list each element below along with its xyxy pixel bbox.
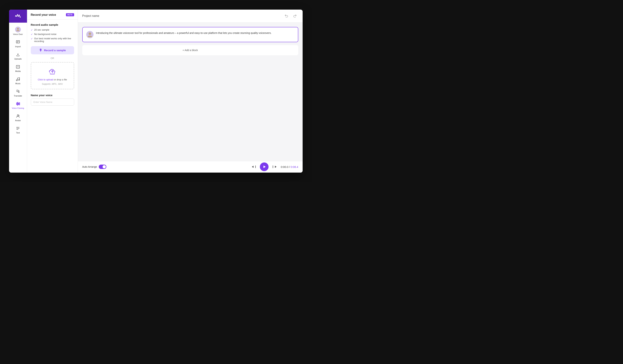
auto-arrange: Auto Arrange [82,165,107,169]
uploads-icon [15,52,21,57]
svg-rect-9 [17,102,18,106]
upload-zone[interactable]: Click to upload or drop a file Supports … [31,62,74,89]
svg-marker-18 [264,166,266,168]
sidebar: Voice Over Import [9,10,27,172]
sidebar-item-avatar[interactable]: Avatar [10,112,26,123]
time-current: 0:00.0 [281,165,289,169]
player-controls: 0:00.0 / 0:08.4 [250,162,298,171]
time-total: 0:08.4 [291,165,298,169]
svg-point-13 [19,115,19,116]
main-header: Project name [78,10,303,23]
music-icon [15,77,21,82]
app-logo [9,10,27,23]
auto-arrange-toggle[interactable] [99,165,106,169]
checklist: ✓ 20 sec sample ✓ No background noise ✓ … [31,28,74,43]
sidebar-item-media[interactable]: Media [10,63,26,74]
project-name: Project name [82,14,99,18]
time-separator: / [289,165,290,169]
svg-rect-10 [18,103,19,105]
main-body: Introducing the ultimate voiceover tool … [78,23,303,161]
mic-icon: 🎙 [39,48,42,52]
svg-point-0 [17,28,19,30]
voice-name-input[interactable] [31,99,74,106]
checklist-item-3: ✓ Our best model works only with live re… [31,37,74,43]
svg-marker-19 [275,166,277,168]
undo-button[interactable] [283,13,289,19]
sidebar-item-uploads[interactable]: Uploads [10,50,26,62]
voice-cloning-icon [15,101,21,106]
upload-hint: Supports .MP3, .WAV [42,83,63,85]
svg-point-12 [17,115,19,116]
time-display: 0:00.0 / 0:08.4 [281,165,298,169]
svg-marker-16 [252,166,253,168]
check-icon-1: ✓ [31,29,33,31]
import-label: Import [15,45,21,48]
voice-cloning-label: Voice Cloning [12,107,24,109]
upload-icon [49,68,56,76]
main-content: Project name [78,10,303,172]
voice-block-avatar [86,31,93,38]
sidebar-item-music[interactable]: Music [10,75,26,86]
sidebar-item-text[interactable]: Text [10,124,26,136]
bottom-bar: Auto Arrange [78,161,303,172]
skip-back-button[interactable] [250,164,257,170]
logo-icon [15,13,21,19]
translate-icon [15,89,21,94]
sidebar-item-import[interactable]: Import [10,38,26,49]
redo-button[interactable] [292,13,298,19]
checklist-item-1: ✓ 20 sec sample [31,28,74,31]
record-btn-label: Record a sample [44,49,66,52]
svg-rect-8 [17,103,17,105]
checklist-label-3: Our best model works only with live reco… [34,37,74,43]
or-divider: OR [31,57,74,60]
upload-rest: or drop a file [54,78,67,81]
checklist-item-2: ✓ No background noise [31,33,74,36]
left-panel-header: Record your voice BETA [27,10,78,20]
voice-over-avatar [15,27,21,32]
beta-badge: BETA [66,13,74,16]
toggle-dot [103,165,106,169]
svg-marker-5 [18,66,19,67]
checklist-label-2: No background noise [34,33,57,36]
music-label: Music [15,82,21,85]
uploads-label: Uploads [14,58,22,60]
left-panel-content: Record audio sample ✓ 20 sec sample ✓ No… [27,20,78,172]
auto-arrange-label: Auto Arrange [82,165,97,168]
avatar-icon [15,113,21,119]
avatar-label: Avatar [15,119,21,122]
play-icon [262,165,266,169]
section-title: Record audio sample [31,23,74,26]
text-label: Text [16,132,20,134]
name-section-title: Name your voice [31,94,74,97]
voice-over-label: Voice Over [13,33,23,35]
svg-point-15 [89,32,91,35]
add-block-label: + Add a block [182,49,198,52]
sidebar-item-translate[interactable]: Translate [10,87,26,99]
sidebar-item-voice-cloning[interactable]: Voice Cloning [10,99,26,111]
svg-point-7 [19,79,20,80]
play-button[interactable] [260,162,268,171]
translate-label: Translate [14,95,22,97]
add-block-button[interactable]: + Add a block [182,49,198,52]
svg-rect-11 [19,103,20,105]
sidebar-item-voice-over[interactable]: Voice Over [10,25,26,37]
checklist-label-1: 20 sec sample [34,28,49,31]
media-icon [15,64,21,69]
svg-point-6 [16,80,17,81]
add-block-container: + Add a block [82,45,298,55]
voice-block-text: Introducing the ultimate voiceover tool … [96,31,272,35]
record-sample-button[interactable]: 🎙 Record a sample [31,46,74,54]
header-actions [283,13,298,19]
left-panel: Record your voice BETA Record audio samp… [27,10,78,172]
import-icon [15,40,21,45]
upload-text: Click to upload or drop a file [38,78,67,81]
app-window: Voice Over Import [9,10,303,172]
text-icon [15,126,21,131]
skip-forward-button[interactable] [271,164,278,170]
media-label: Media [15,70,21,72]
check-icon-2: ✓ [31,33,33,36]
check-icon-3: ✓ [31,37,33,40]
upload-link[interactable]: Click to upload [38,78,53,81]
left-panel-title: Record your voice [31,13,56,17]
sidebar-nav: Voice Over Import [9,23,27,138]
